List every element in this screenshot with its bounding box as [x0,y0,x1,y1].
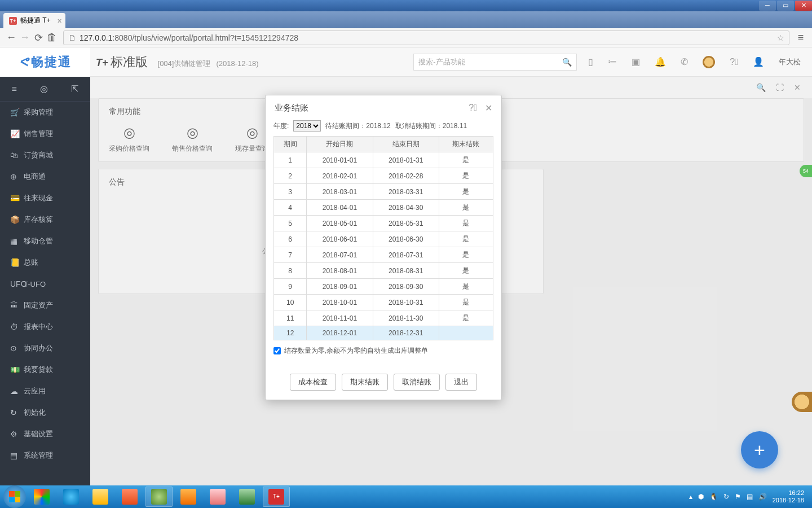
task-item[interactable] [175,487,202,507]
tray-sync-icon[interactable]: ↻ [723,493,729,501]
tray-input-icon[interactable]: ▤ [747,493,753,501]
search-input[interactable]: 搜索-产品功能 🔍 [413,54,577,71]
table-row[interactable]: 102018-10-012018-10-31是 [274,295,493,310]
taskbar-clock[interactable]: 16:22 2018-12-18 [773,489,804,504]
address-bar[interactable]: 🗋 127.0.0.1:8080/tplus/view/portal/porta… [63,30,789,45]
sidebar-item[interactable]: 📈销售管理 [0,123,90,144]
table-cell: 2018-01-01 [307,152,373,168]
task-item[interactable] [28,487,55,507]
task-item-excel[interactable] [233,487,261,507]
sidebar-item[interactable]: 📒总账 [0,252,90,273]
brand-edition: 标准版 [111,54,148,71]
user-name[interactable]: 年大松 [779,57,801,67]
sidebar-item[interactable]: 📦库存核算 [0,209,90,230]
dialog-button[interactable]: 取消结账 [394,374,440,391]
tray-up-icon[interactable]: ▴ [689,493,692,501]
tray-icon[interactable]: ⬢ [698,493,704,501]
task-item-browser[interactable] [145,487,173,507]
star-icon[interactable]: ☆ [777,33,784,42]
logo-mark: ᕙ [19,55,28,69]
mobile-icon[interactable]: ▯ [588,56,593,67]
sidebar-item[interactable]: ⊕电商通 [0,166,90,187]
table-row[interactable]: 42018-04-012018-04-30是 [274,200,493,216]
bell-icon[interactable]: 🔔 [655,56,666,67]
back-button[interactable]: ← [5,32,18,43]
sidebar-icon: 🏛 [10,301,24,310]
window-close-button[interactable]: ✕ [795,1,812,11]
table-cell: 2018-04-30 [373,200,439,216]
table-cell: 2018-01-31 [373,152,439,168]
cancel-period: 取消结账期间：2018.11 [395,121,467,131]
auto-adjust-checkbox[interactable]: 结存数量为零,余额不为零的自动生成出库调整单 [273,346,493,356]
list-icon[interactable]: ≔ [608,56,617,67]
reload-button[interactable]: ⟳ [32,32,45,44]
tray-qq-icon[interactable]: 🐧 [709,493,718,501]
chat-icon[interactable]: ▣ [632,56,640,67]
task-item-ie[interactable] [58,487,85,507]
table-cell: 12 [274,326,307,340]
sidebar-item[interactable]: 💵我要贷款 [0,359,90,380]
window-minimize-button[interactable]: ─ [759,1,776,11]
sidebar-item[interactable]: 🛍订货商城 [0,144,90,166]
task-item-media[interactable] [116,487,143,507]
table-row[interactable]: 62018-06-012018-06-30是 [274,231,493,247]
window-maximize-button[interactable]: ▭ [777,1,794,11]
sidebar-item[interactable]: ☁云应用 [0,380,90,402]
assistant-peek-icon[interactable] [792,392,812,412]
phone-icon[interactable]: ✆ [681,56,688,67]
table-row[interactable]: 92018-09-012018-09-30是 [274,279,493,295]
trash-icon[interactable]: 🗑 [45,32,59,43]
tab-close-icon[interactable]: × [57,16,61,25]
tab-favicon: T+ [9,17,17,25]
add-fab[interactable]: + [741,431,778,468]
sidebar-item[interactable]: 💳往来现金 [0,187,90,209]
tray-flag-icon[interactable]: ⚑ [735,493,741,501]
dialog-button[interactable]: 成本检查 [290,374,336,391]
sidebar-item[interactable]: UFOT-UFO [0,273,90,295]
forward-button[interactable]: → [18,32,32,43]
table-row[interactable]: 72018-07-012018-07-31是 [274,247,493,263]
help-icon[interactable]: ?⃝ [469,103,477,113]
table-row[interactable]: 12018-01-012018-01-31是 [274,152,493,168]
sidebar-item[interactable]: ⏱报表中心 [0,316,90,338]
sidebar-item[interactable]: ⊙协同办公 [0,338,90,359]
side-badge[interactable]: 54 [800,165,812,177]
menu-icon[interactable]: ≡ [794,32,807,43]
sidebar-label: 基础设置 [24,429,53,439]
sidebar-item[interactable]: ↻初始化 [0,402,90,423]
table-row[interactable]: 52018-05-012018-05-31是 [274,216,493,231]
sidebar-item[interactable]: ⚙基础设置 [0,423,90,445]
task-item-explorer[interactable] [87,487,114,507]
sidebar-label: 订货商城 [24,150,53,160]
sidebar-icon: 📈 [10,129,24,138]
sidebar-item[interactable]: ▦移动仓管 [0,230,90,252]
tab-title: 畅捷通 T+ [20,16,51,25]
sidebar-label: 报表中心 [24,322,53,332]
sidebar-item[interactable]: ▤系统管理 [0,445,90,466]
close-icon[interactable]: ✕ [485,103,492,113]
dialog-button[interactable]: 退出 [445,374,477,391]
table-row[interactable]: 112018-11-012018-11-30是 [274,310,493,326]
target-icon[interactable]: ◎ [40,84,48,94]
sidebar-item[interactable]: 🛒采购管理 [0,102,90,123]
task-item-tplus[interactable]: T+ [263,487,290,507]
help-icon[interactable]: ?⃝ [730,57,738,67]
tray-volume-icon[interactable]: 🔊 [758,493,767,501]
checkbox-input[interactable] [273,347,281,354]
table-row[interactable]: 22018-02-012018-02-28是 [274,168,493,184]
menu-icon[interactable]: ≡ [12,84,17,94]
browser-tab[interactable]: T+ 畅捷通 T+ × [3,13,65,28]
sidebar-item[interactable]: 🏛固定资产 [0,295,90,316]
dialog-button[interactable]: 期末结账 [342,374,388,391]
task-item[interactable] [204,487,231,507]
expand-icon[interactable]: ⇱ [71,84,78,94]
table-row[interactable]: 32018-03-012018-03-31是 [274,184,493,200]
sidebar-icon: 🛒 [10,108,24,117]
year-select[interactable]: 2018 [293,120,321,132]
search-icon[interactable]: 🔍 [562,58,572,67]
user-icon[interactable]: 👤 [753,56,764,67]
table-row[interactable]: 122018-12-012018-12-31 [274,326,493,340]
table-row[interactable]: 82018-08-012018-08-31是 [274,263,493,279]
assistant-icon[interactable] [703,56,715,68]
start-button[interactable] [3,485,26,508]
